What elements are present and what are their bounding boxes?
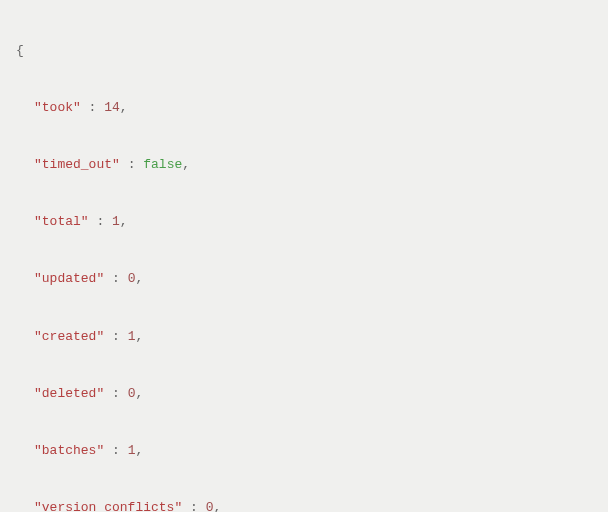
json-key: "version_conflicts" <box>34 500 182 512</box>
json-line: "updated" : 0, <box>16 265 592 294</box>
json-sep: : <box>120 157 143 172</box>
json-key: "created" <box>34 329 104 344</box>
json-sep: : <box>182 500 205 512</box>
json-trail: , <box>135 443 143 458</box>
json-line: "total" : 1, <box>16 208 592 237</box>
json-sep: : <box>104 386 127 401</box>
json-sep: : <box>104 329 127 344</box>
json-key: "took" <box>34 100 81 115</box>
json-line: "took" : 14, <box>16 94 592 123</box>
json-val: 1 <box>112 214 120 229</box>
json-sep: : <box>89 214 112 229</box>
json-line: "timed_out" : false, <box>16 151 592 180</box>
json-code-block: { "took" : 14, "timed_out" : false, "tot… <box>16 8 592 512</box>
json-trail: , <box>120 100 128 115</box>
json-line: "deleted" : 0, <box>16 380 592 409</box>
json-trail: , <box>213 500 221 512</box>
json-trail: , <box>135 271 143 286</box>
json-key: "updated" <box>34 271 104 286</box>
json-key: "batches" <box>34 443 104 458</box>
json-line: "version_conflicts" : 0, <box>16 494 592 512</box>
json-key: "timed_out" <box>34 157 120 172</box>
json-line: "batches" : 1, <box>16 437 592 466</box>
json-sep: : <box>104 271 127 286</box>
json-line: "created" : 1, <box>16 323 592 352</box>
json-trail: , <box>182 157 190 172</box>
json-key: "deleted" <box>34 386 104 401</box>
open-brace-text: { <box>16 43 24 58</box>
brace-open: { <box>16 37 592 66</box>
json-val: false <box>143 157 182 172</box>
json-key: "total" <box>34 214 89 229</box>
json-trail: , <box>120 214 128 229</box>
json-sep: : <box>81 100 104 115</box>
json-trail: , <box>135 386 143 401</box>
json-sep: : <box>104 443 127 458</box>
json-val: 14 <box>104 100 120 115</box>
json-trail: , <box>135 329 143 344</box>
